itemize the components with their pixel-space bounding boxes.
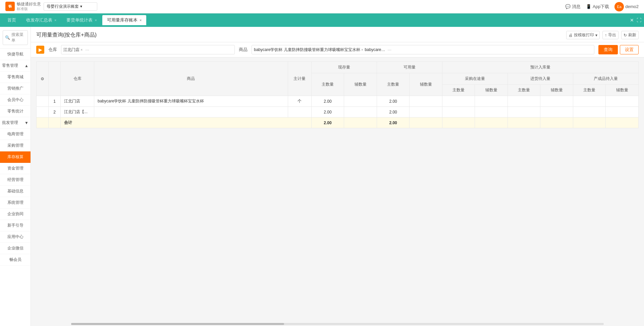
tab-close-inventory[interactable]: × bbox=[140, 18, 142, 22]
td-row1-gp-aux bbox=[540, 96, 573, 107]
td-summary-pt-aux bbox=[475, 118, 508, 128]
tab-bar: 首页 收发存汇总表 × 要货单统计表 × 可用量库存账本 × ✕ ⛶ bbox=[0, 13, 644, 27]
query-button[interactable]: 查询 bbox=[598, 45, 618, 54]
sidebar-item-member-center[interactable]: 会员中心 bbox=[0, 94, 31, 106]
page-title: 可用量查询(按仓库+商品) bbox=[36, 32, 97, 39]
sidebar-item-retail-stats[interactable]: 零售统计 bbox=[0, 106, 31, 117]
th-gear: ⚙ bbox=[37, 62, 49, 96]
product-filter-label: 商品 bbox=[239, 47, 248, 53]
sidebar-item-app-center[interactable]: 应用中心 bbox=[0, 231, 31, 243]
close-window-icon[interactable]: ✕ bbox=[630, 17, 634, 23]
account-selector[interactable]: 母婴行业演示账套 ▾ bbox=[44, 2, 97, 11]
tab-recv-summary[interactable]: 收发存汇总表 × bbox=[21, 15, 61, 25]
warehouse-tag-remove[interactable]: × bbox=[80, 48, 83, 52]
maximize-icon[interactable]: ⛶ bbox=[637, 17, 641, 23]
product-filter-tags[interactable]: babycare学饮杯 儿童防摔防撞吸管杯重力球吸嘴杯宝宝水杯 × babyca… bbox=[252, 45, 594, 54]
sidebar-item-inventory-check[interactable]: 库存核算 bbox=[0, 151, 31, 163]
logo-text: 畅捷通好生意 标准版 bbox=[17, 2, 41, 11]
settings-button[interactable]: 设置 bbox=[620, 45, 639, 54]
tab-close-order[interactable]: × bbox=[95, 18, 97, 22]
scroll-thumb[interactable] bbox=[71, 323, 284, 325]
td-summary-pp-aux bbox=[606, 118, 639, 128]
td-summary-stock-main: 2.00 bbox=[311, 118, 344, 128]
product-more-btn[interactable]: ··· bbox=[388, 47, 392, 52]
th-rownum bbox=[49, 62, 61, 96]
product-tag-2: babycare… ··· bbox=[365, 47, 391, 52]
td-row2-product bbox=[94, 107, 288, 118]
td-summary-rownum bbox=[49, 118, 61, 128]
th-gp-aux: 辅数量 bbox=[540, 85, 573, 96]
print-template-btn[interactable]: 🖨 按模板打印 ▾ bbox=[566, 31, 600, 39]
td-gear2 bbox=[37, 107, 49, 118]
message-icon: 💬 bbox=[565, 4, 571, 9]
td-summary-pt-main bbox=[442, 118, 475, 128]
app-download-btn[interactable]: 📱 App下载 bbox=[586, 4, 609, 10]
filter-toggle-btn[interactable]: ▶ bbox=[36, 46, 44, 54]
settings-gear-icon[interactable]: ⚙ bbox=[41, 77, 44, 81]
th-warehouse: 仓库 bbox=[61, 62, 94, 96]
td-row2-avail-aux bbox=[410, 107, 442, 118]
refresh-btn[interactable]: ↻ 刷新 bbox=[621, 31, 639, 39]
sidebar-item-enterprise-collab[interactable]: 企业协同 bbox=[0, 208, 31, 220]
warehouse-more-btn[interactable]: ··· bbox=[85, 47, 89, 52]
refresh-icon: ↻ bbox=[624, 33, 627, 38]
search-menu-box[interactable]: 🔍 搜索菜单 bbox=[3, 30, 28, 45]
sidebar-item-finance-mgmt[interactable]: 资金管理 bbox=[0, 163, 31, 174]
user-profile-btn[interactable]: Ea demo2 bbox=[614, 2, 639, 11]
th-expected-in: 预计入库量 bbox=[442, 62, 638, 73]
tab-order-stats[interactable]: 要货单统计表 × bbox=[62, 15, 101, 25]
td-row2-gp-main bbox=[507, 107, 540, 118]
message-btn[interactable]: 💬 消息 bbox=[565, 4, 581, 10]
td-row1-stock-aux bbox=[344, 96, 377, 107]
td-row2-gp-aux bbox=[540, 107, 573, 118]
content-area: 可用量查询(按仓库+商品) 🖨 按模板打印 ▾ ↑ 导出 ↻ 刷新 bbox=[31, 27, 644, 326]
chevron-icon-wholesale: ▼ bbox=[24, 121, 29, 125]
tab-available-inventory[interactable]: 可用量库存账本 × bbox=[102, 15, 146, 25]
warehouse-filter-tags[interactable]: 江北门店 × ··· bbox=[61, 45, 235, 54]
td-row1-avail-main: 2.00 bbox=[377, 96, 410, 107]
sidebar-item-wholesale-mgmt[interactable]: 批发管理 ▼ bbox=[0, 117, 31, 129]
export-btn[interactable]: ↑ 导出 bbox=[602, 31, 619, 39]
th-product: 商品 bbox=[94, 62, 288, 96]
sidebar-item-ops-mgmt[interactable]: 经营管理 bbox=[0, 174, 31, 186]
td-summary-gear bbox=[37, 118, 49, 128]
sidebar-item-enterprise-wechat[interactable]: 企业微信 bbox=[0, 243, 31, 254]
sidebar-item-system-mgmt[interactable]: 系统管理 bbox=[0, 197, 31, 208]
table-container: ⚙ 仓库 商品 主计量 现存量 可用量 预计入库量 主数量 辅数量 主数量 bbox=[31, 57, 644, 322]
tab-home[interactable]: 首页 bbox=[3, 15, 21, 25]
td-row2-stock-aux bbox=[344, 107, 377, 118]
tab-close-recv[interactable]: × bbox=[54, 18, 56, 22]
th-pt-aux: 辅数量 bbox=[475, 85, 508, 96]
th-main-unit: 主计量 bbox=[288, 62, 311, 96]
inventory-table: ⚙ 仓库 商品 主计量 现存量 可用量 预计入库量 主数量 辅数量 主数量 bbox=[36, 61, 639, 128]
sidebar-item-retail-shop[interactable]: 零售商城 bbox=[0, 72, 31, 83]
sidebar-item-purchase-mgmt[interactable]: 采购管理 bbox=[0, 140, 31, 151]
horizontal-scrollbar[interactable] bbox=[31, 322, 644, 326]
td-row1-gp-main bbox=[507, 96, 540, 107]
chevron-down-icon: ▾ bbox=[80, 4, 82, 9]
td-row2-warehouse: 江北门店【... bbox=[61, 107, 94, 118]
header-actions: 🖨 按模板打印 ▾ ↑ 导出 ↻ 刷新 bbox=[566, 31, 639, 39]
td-row1-pt-aux bbox=[475, 96, 508, 107]
sidebar-search[interactable]: 🔍 搜索菜单 bbox=[0, 27, 31, 49]
product-tag-1-remove[interactable]: × bbox=[361, 48, 363, 52]
sidebar-item-marketing[interactable]: 营销推广 bbox=[0, 83, 31, 94]
print-icon: 🖨 bbox=[569, 33, 573, 38]
top-bar-left: 畅 畅捷通好生意 标准版 母婴行业演示账套 ▾ bbox=[5, 2, 97, 11]
sidebar-item-retail-mgmt[interactable]: 零售管理 ▲ bbox=[0, 60, 31, 72]
warehouse-tag: 江北门店 × bbox=[63, 47, 83, 53]
scroll-track bbox=[71, 323, 604, 325]
sidebar-item-ecommerce[interactable]: 电商管理 bbox=[0, 129, 31, 140]
table-row: 1 江北门店 babycare学饮杯 儿童防摔防撞吸管杯重力球吸嘴杯宝宝水杯 个… bbox=[37, 96, 639, 107]
sidebar-item-new-guide[interactable]: 新手引导 bbox=[0, 220, 31, 231]
sidebar: 🔍 搜索菜单 快捷导航 零售管理 ▲ 零售商城 营销推广 会员中心 零售统计 批… bbox=[0, 27, 31, 326]
td-row2-pt-main bbox=[442, 107, 475, 118]
sidebar-item-quick-nav[interactable]: 快捷导航 bbox=[0, 49, 31, 60]
th-pp-main: 主数量 bbox=[573, 85, 606, 96]
sidebar-item-basic-info[interactable]: 基础信息 bbox=[0, 186, 31, 197]
td-summary-pp-main bbox=[573, 118, 606, 128]
th-gp-main: 主数量 bbox=[507, 85, 540, 96]
sidebar-item-member-vip[interactable]: 畅会员 bbox=[0, 254, 31, 266]
td-row2-avail-main: 2.00 bbox=[377, 107, 410, 118]
download-icon: 📱 bbox=[586, 4, 591, 9]
